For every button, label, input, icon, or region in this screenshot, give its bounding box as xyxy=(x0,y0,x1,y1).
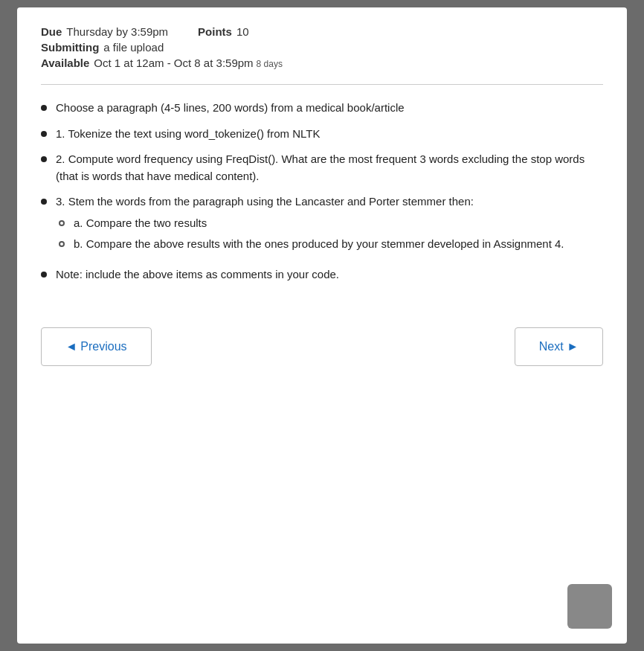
meta-row-available: Available Oct 1 at 12am - Oct 8 at 3:59p… xyxy=(41,57,603,69)
available-badge: 8 days xyxy=(257,59,283,69)
submitting-label: Submitting xyxy=(41,41,99,54)
list-item: Choose a paragraph (4-5 lines, 200 words… xyxy=(41,100,603,117)
due-label: Due xyxy=(41,25,62,38)
meta-row-due: Due Thursday by 3:59pm Points 10 xyxy=(41,25,603,38)
points-label: Points xyxy=(198,25,232,38)
sub-list-item-text: b. Compare the above results with the on… xyxy=(74,236,603,253)
page-container: Due Thursday by 3:59pm Points 10 Submitt… xyxy=(0,0,644,651)
list-item-text: 1. Tokenize the text using word_tokenize… xyxy=(56,126,603,143)
list-item: Note: include the above items as comment… xyxy=(41,266,603,283)
sub-list-item: a. Compare the two results xyxy=(59,215,603,232)
meta-section: Due Thursday by 3:59pm Points 10 Submitt… xyxy=(41,25,603,85)
content-card: Due Thursday by 3:59pm Points 10 Submitt… xyxy=(17,7,627,644)
submitting-value: a file upload xyxy=(103,41,164,54)
previous-button[interactable]: ◄ Previous xyxy=(41,327,152,366)
available-value: Oct 1 at 12am - Oct 8 at 3:59pm xyxy=(94,57,253,69)
list-item-text: 3. Stem the words from the paragraph usi… xyxy=(56,193,603,257)
bullet-circle-icon xyxy=(59,241,65,247)
sub-list-item-text: a. Compare the two results xyxy=(74,215,603,232)
instructions-list: Choose a paragraph (4-5 lines, 200 words… xyxy=(41,100,603,283)
list-item: 3. Stem the words from the paragraph usi… xyxy=(41,193,603,257)
sub-list-item: b. Compare the above results with the on… xyxy=(59,236,603,253)
list-item: 1. Tokenize the text using word_tokenize… xyxy=(41,126,603,143)
bullet-dot-icon xyxy=(41,105,47,111)
bullet-dot-icon xyxy=(41,131,47,137)
next-button[interactable]: Next ► xyxy=(515,327,603,366)
list-item: 2. Compute word frequency using FreqDist… xyxy=(41,151,603,185)
list-item-text: 2. Compute word frequency using FreqDist… xyxy=(56,151,603,185)
due-value: Thursday by 3:59pm xyxy=(66,25,168,38)
scroll-indicator xyxy=(567,584,612,629)
nav-section: ◄ Previous Next ► xyxy=(41,320,603,366)
bullet-dot-icon xyxy=(41,272,47,278)
bullet-circle-icon xyxy=(59,220,65,226)
available-label: Available xyxy=(41,57,89,69)
meta-row-submitting: Submitting a file upload xyxy=(41,41,603,54)
list-item-text: Choose a paragraph (4-5 lines, 200 words… xyxy=(56,100,603,117)
bullet-dot-icon xyxy=(41,156,47,162)
bullet-dot-icon xyxy=(41,199,47,205)
sub-list: a. Compare the two results b. Compare th… xyxy=(59,215,603,253)
list-item-text: Note: include the above items as comment… xyxy=(56,266,603,283)
points-value: 10 xyxy=(236,25,249,38)
